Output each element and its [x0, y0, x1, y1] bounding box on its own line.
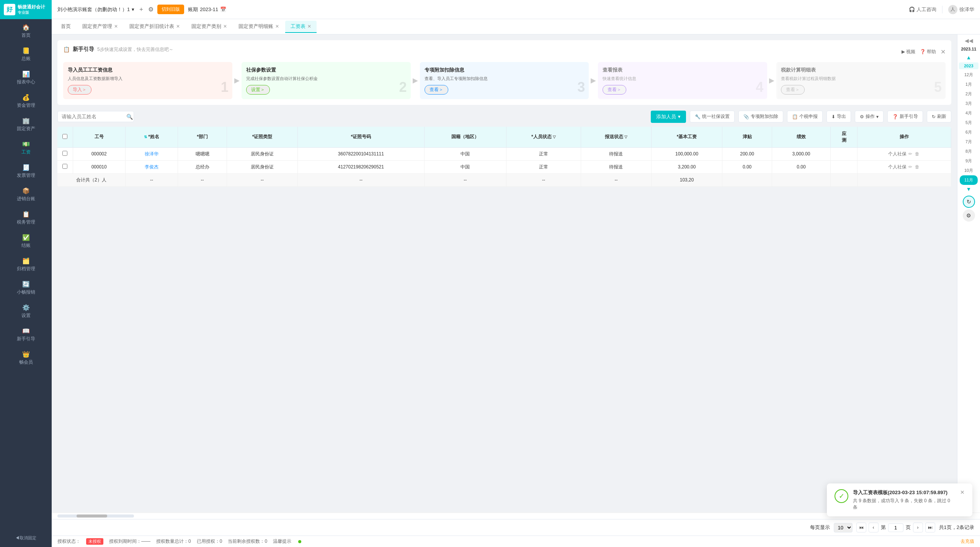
- first-page-btn[interactable]: ⏮: [856, 523, 866, 532]
- tax-filing-btn[interactable]: 📋 个税申报: [787, 111, 823, 122]
- guide-step-btn-2[interactable]: 设置＞: [246, 85, 270, 95]
- select-all-checkbox[interactable]: [62, 134, 67, 139]
- sidebar-item-member[interactable]: 👑 畅会员: [2, 347, 49, 369]
- video-btn[interactable]: ▶ 视频: [902, 49, 915, 55]
- sidebar-item-finance[interactable]: 💰 资金管理: [2, 90, 49, 113]
- period-value: 2023-11: [200, 7, 218, 12]
- tab-fixed-assets[interactable]: 固定资产管理 ✕: [77, 21, 123, 33]
- calendar-down-nav[interactable]: ▼: [965, 185, 973, 193]
- guide-step-btn-3[interactable]: 查看＞: [425, 85, 448, 95]
- tab-fixed-detail[interactable]: 固定资产明细账 ✕: [233, 21, 284, 33]
- support-btn[interactable]: 🎧 人工咨询: [909, 6, 936, 13]
- personal-insurance-link[interactable]: 个人社保: [888, 151, 906, 157]
- calendar-month-8[interactable]: 8月: [957, 147, 980, 156]
- sidebar-item-invoice[interactable]: 🧾 发票管理: [2, 160, 49, 183]
- guide-step-btn-1[interactable]: 导入＞: [68, 85, 91, 95]
- tab-close-fixed-assets[interactable]: ✕: [114, 24, 118, 29]
- row-checkbox[interactable]: [62, 151, 67, 156]
- sidebar-item-tax[interactable]: 📋 税务管理: [2, 207, 49, 229]
- tab-close-salary[interactable]: ✕: [307, 24, 311, 29]
- add-person-btn[interactable]: 添加人员 ▾: [651, 111, 686, 123]
- calendar-month-10[interactable]: 10月: [957, 166, 980, 175]
- prev-page-btn[interactable]: ‹: [869, 523, 879, 532]
- calendar-month-11[interactable]: 11月: [960, 175, 978, 185]
- sidebar-item-reports[interactable]: 📊 报表中心: [2, 67, 49, 89]
- cell-allowance: 0.00: [722, 160, 772, 173]
- sidebar-item-expense[interactable]: 🔄 小畅报销: [2, 277, 49, 299]
- employee-link[interactable]: 李俊杰: [145, 164, 158, 170]
- export-btn[interactable]: ⬇ 导出: [826, 111, 851, 122]
- tab-close-fixed-detail[interactable]: ✕: [275, 24, 279, 29]
- sidebar-item-fixed[interactable]: 🏢 固定资产: [2, 113, 49, 136]
- edit-icon[interactable]: ✏: [908, 164, 912, 170]
- page-input[interactable]: [888, 523, 903, 532]
- refresh-btn[interactable]: ↻ 刷新: [927, 111, 951, 122]
- account-selector[interactable]: 刘小艳演示账套（勿删勿动！）1 ▾: [57, 6, 134, 13]
- sort-icon[interactable]: ⇅: [144, 135, 147, 139]
- calendar-month-5[interactable]: 5月: [957, 118, 980, 127]
- expand-panel-btn[interactable]: ◀◀: [964, 36, 974, 45]
- help-btn[interactable]: ❓ 帮助: [920, 49, 936, 55]
- user-profile[interactable]: 人 徐泽华: [948, 5, 974, 14]
- calendar-up-nav[interactable]: ▲: [965, 53, 973, 62]
- search-input[interactable]: [57, 111, 134, 122]
- calendar-month-12[interactable]: 12月: [957, 70, 980, 80]
- sidebar-item-salary[interactable]: 💵 工资: [2, 137, 49, 159]
- search-icon[interactable]: 🔍: [126, 114, 133, 120]
- tab-salary[interactable]: 工资表 ✕: [285, 21, 317, 33]
- period-selector[interactable]: 账期 2023-11 📅: [188, 6, 226, 13]
- calendar-month-6[interactable]: 6月: [957, 127, 980, 137]
- status-filter-icon[interactable]: ▽: [553, 135, 556, 139]
- calendar-month-9[interactable]: 9月: [957, 156, 980, 166]
- sidebar: 好 畅捷通好会计 专业版 🏠 首页📒 总账📊 报表中心💰 资金管理🏢 固定资产💵…: [0, 0, 52, 547]
- sidebar-item-home[interactable]: 🏠 首页: [2, 20, 49, 42]
- guide-btn[interactable]: ❓ 新手引导: [887, 111, 923, 122]
- archive-icon: 🗂️: [22, 257, 30, 265]
- calendar-month-2[interactable]: 2月: [957, 89, 980, 99]
- settings-icon[interactable]: ⚙: [148, 6, 154, 13]
- delete-icon[interactable]: 🗑: [915, 164, 920, 170]
- recharge-btn[interactable]: 去充值: [960, 538, 974, 545]
- operation-btn[interactable]: ⚙ 操作 ▾: [855, 111, 884, 122]
- sync-icon[interactable]: ↻: [963, 196, 975, 208]
- guide-step-btn-4[interactable]: 查看＞: [603, 85, 626, 95]
- calendar-month-3[interactable]: 3月: [957, 99, 980, 108]
- next-page-btn[interactable]: ›: [913, 523, 923, 532]
- guide-close-btn[interactable]: ✕: [941, 48, 946, 56]
- guide-step-title-5: 税款计算明细表: [781, 67, 941, 73]
- sidebar-item-closing[interactable]: ✅ 结账: [2, 230, 49, 253]
- report-filter-icon[interactable]: ▽: [624, 135, 627, 139]
- toast-close-btn[interactable]: ✕: [960, 489, 965, 495]
- tab-close-fixed-type[interactable]: ✕: [223, 24, 227, 29]
- tab-fixed-type[interactable]: 固定资产类别 ✕: [186, 21, 232, 33]
- calendar-month-1[interactable]: 1月: [957, 80, 980, 89]
- cog-icon[interactable]: ⚙: [963, 209, 975, 222]
- sidebar-item-archive[interactable]: 🗂️ 归档管理: [2, 253, 49, 276]
- guide-step-title-2: 社保参数设置: [246, 67, 406, 73]
- switch-version-btn[interactable]: 切到旧版: [157, 5, 184, 14]
- sidebar-item-ledger[interactable]: 📒 总账: [2, 43, 49, 66]
- last-page-btn[interactable]: ⏭: [925, 523, 935, 532]
- tab-close-depreciation[interactable]: ✕: [176, 24, 180, 29]
- sidebar-item-guide[interactable]: 📖 新手引导: [2, 323, 49, 346]
- page-size-select[interactable]: 10 20 50: [834, 523, 853, 532]
- add-account-icon[interactable]: ＋: [138, 5, 144, 13]
- tab-depreciation[interactable]: 固定资产折旧统计表 ✕: [124, 21, 185, 33]
- guide-step-num-3: 3: [577, 79, 585, 95]
- sidebar-item-stock[interactable]: 📦 进销台账: [2, 183, 49, 206]
- social-insurance-btn[interactable]: 🔧 统一社保设置: [690, 111, 735, 122]
- special-deduction-btn[interactable]: 📎 专项附加扣除: [738, 111, 783, 122]
- row-checkbox[interactable]: [62, 164, 67, 169]
- tab-home[interactable]: 首页: [56, 21, 76, 33]
- guide-step-2: 社保参数设置 完成社保参数设置自动计算社保公积金 设置＞ 2: [242, 62, 411, 99]
- delete-icon[interactable]: 🗑: [915, 151, 920, 157]
- edit-icon[interactable]: ✏: [908, 151, 912, 157]
- sidebar-item-settings[interactable]: ⚙️ 设置: [2, 300, 49, 323]
- account-name: 刘小艳演示账套（勿删勿动！）1: [57, 6, 130, 13]
- cancel-fix-btn[interactable]: ◀取消固定: [3, 532, 49, 544]
- calendar-month-7[interactable]: 7月: [957, 137, 980, 147]
- calendar-month-4[interactable]: 4月: [957, 108, 980, 118]
- personal-insurance-link[interactable]: 个人社保: [888, 164, 906, 170]
- employee-link[interactable]: 徐泽华: [145, 151, 158, 157]
- guide-step-btn-5[interactable]: 查看＞: [781, 85, 805, 95]
